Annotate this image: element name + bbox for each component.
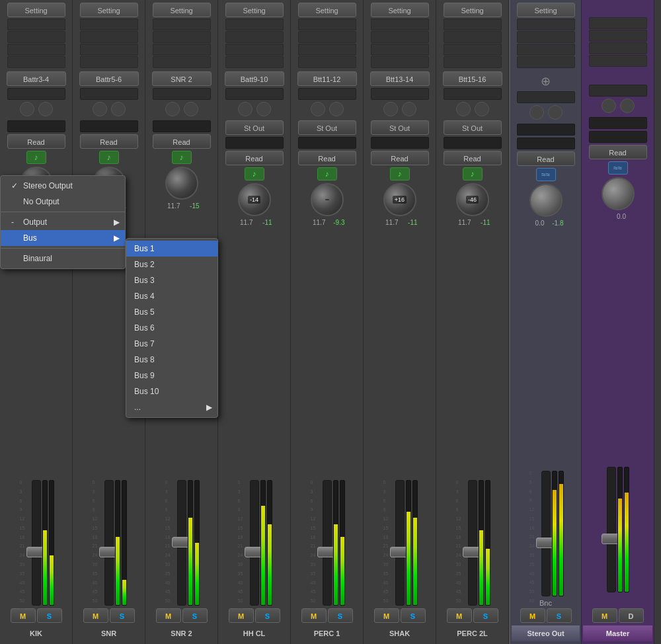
insert-slot-shak-2[interactable] [371, 31, 429, 43]
io-circle2-hhcl[interactable] [256, 102, 271, 116]
submenu-bus1[interactable]: Bus 1 [126, 241, 217, 257]
insert-slot-snr2-4[interactable] [153, 56, 211, 68]
solo-btn-hhcl[interactable]: S [255, 608, 280, 623]
io-circle2-shak[interactable] [402, 102, 416, 116]
output-btn-hhcl[interactable]: St Out [225, 120, 284, 135]
io-circle2-perc1[interactable] [329, 102, 344, 116]
io-circle-perc1[interactable] [311, 102, 325, 116]
fader-track-perc1[interactable] [323, 480, 332, 606]
insert-slot-master-2[interactable] [589, 30, 647, 42]
solo-btn-snr[interactable]: S [110, 608, 135, 623]
solo-btn-so[interactable]: S [547, 608, 572, 623]
send-slot-snr[interactable] [80, 88, 138, 100]
submenu-bus6[interactable]: Bus 6 [126, 320, 217, 336]
send-slot-shak[interactable] [371, 88, 429, 100]
music-btn-perc1[interactable]: ♪ [317, 167, 337, 181]
solo-btn-perc1[interactable]: S [328, 608, 353, 623]
channel-name-snr2[interactable]: SNR 2 [152, 71, 212, 86]
insert-slot-so-1[interactable] [517, 19, 575, 30]
io-circle-snr2[interactable] [165, 102, 180, 116]
io-circle-master[interactable] [602, 99, 616, 113]
insert-slot-perc1-3[interactable] [298, 44, 356, 56]
submenu-bus2[interactable]: Bus 2 [126, 257, 217, 272]
read-btn-snr[interactable]: Read [80, 134, 138, 149]
insert-slot-perc1-1[interactable] [298, 19, 356, 30]
pan-knob-perc1[interactable] [311, 183, 344, 216]
solo-btn-snr2[interactable]: S [182, 608, 208, 623]
fader-track-shak[interactable] [395, 480, 405, 606]
insert-slot-snr2-3[interactable] [153, 44, 211, 56]
solo-btn-kik[interactable]: S [37, 608, 62, 623]
fader-track-snr2[interactable] [177, 480, 186, 606]
insert-slot-shak-3[interactable] [371, 44, 429, 56]
solo-btn-perc2l[interactable]: S [473, 608, 498, 623]
read-btn-shak[interactable]: Read [371, 151, 429, 165]
setting-button-perc1[interactable]: Setting [298, 3, 356, 17]
setting-button-stereo-out[interactable]: Setting [517, 3, 575, 17]
insert-slot-hhcl-2[interactable] [225, 31, 284, 43]
insert-slot-master-1[interactable] [589, 17, 647, 29]
pan-knob-shak[interactable]: +16 [383, 183, 416, 216]
insert-slot-so-2[interactable] [517, 31, 575, 43]
music-btn-kik[interactable]: ♪ [26, 151, 46, 164]
io-circle2-kik[interactable] [38, 102, 53, 116]
music-btn-hhcl[interactable]: ♪ [245, 167, 264, 181]
io-circle2-snr2[interactable] [184, 102, 198, 116]
io-circle-hhcl[interactable] [238, 102, 253, 116]
setting-button-hhcl[interactable]: Setting [225, 3, 284, 17]
io-circle-kik[interactable] [20, 102, 34, 116]
fader-track-snr[interactable] [104, 480, 114, 606]
insert-slot-snr-3[interactable] [80, 44, 138, 56]
io-circle-so[interactable] [529, 105, 544, 120]
insert-slot-perc2l-4[interactable] [444, 56, 502, 68]
setting-button-perc2l[interactable]: Setting [444, 3, 502, 17]
insert-slot-hhcl-4[interactable] [225, 56, 284, 68]
insert-slot-shak-1[interactable] [371, 19, 429, 30]
channel-name-shak[interactable]: Btt13-14 [370, 71, 430, 86]
fader-track-perc2l[interactable] [468, 480, 477, 606]
music-btn-so[interactable]: ≈≈ [536, 168, 556, 181]
menu-item-stereo-output[interactable]: ✓ Stereo Output [1, 178, 125, 194]
music-btn-shak[interactable]: ♪ [390, 167, 410, 181]
insert-slot-so-4[interactable] [517, 56, 575, 68]
submenu-bus3[interactable]: Bus 3 [126, 272, 217, 288]
insert-slot-hhcl-1[interactable] [225, 19, 284, 30]
setting-button-snr2[interactable]: Setting [153, 3, 211, 17]
io-circle2-snr[interactable] [111, 102, 126, 116]
send-slot-hhcl[interactable] [225, 88, 284, 100]
submenu-bus8[interactable]: Bus 8 [126, 352, 217, 368]
pan-knob-hhcl[interactable]: -14 [238, 183, 271, 216]
setting-button-shak[interactable]: Setting [371, 3, 429, 17]
read-btn-perc1[interactable]: Read [298, 151, 356, 165]
submenu-bus4[interactable]: Bus 4 [126, 288, 217, 304]
insert-slot-snr2-1[interactable] [153, 19, 211, 30]
insert-slot-master-3[interactable] [589, 42, 647, 54]
insert-slot-shak-4[interactable] [371, 56, 429, 68]
output-btn-shak[interactable]: St Out [371, 120, 429, 135]
mute-btn-so[interactable]: M [520, 608, 545, 623]
pan-knob-perc2l[interactable]: -46 [456, 183, 489, 216]
setting-button-snr[interactable]: Setting [80, 3, 138, 17]
read-btn-so[interactable]: Read [517, 151, 575, 166]
solo-btn-shak[interactable]: S [401, 608, 426, 623]
insert-slot-hhcl-3[interactable] [225, 44, 284, 56]
insert-slot-so-3[interactable] [517, 44, 575, 56]
setting-button-kik[interactable]: Setting [7, 3, 65, 17]
send-slot-perc2l[interactable] [444, 88, 502, 100]
io-circle-shak[interactable] [383, 102, 398, 116]
channel-name-kik[interactable]: Battr3-4 [7, 71, 66, 86]
music-btn-snr2[interactable]: ♪ [172, 151, 192, 164]
insert-slot-snr-4[interactable] [80, 56, 138, 68]
submenu-bus5[interactable]: Bus 5 [126, 304, 217, 320]
read-btn-hhcl[interactable]: Read [225, 151, 284, 165]
pan-knob-snr2[interactable] [165, 167, 198, 200]
submenu-bus9[interactable]: Bus 9 [126, 368, 217, 383]
insert-slot-perc1-4[interactable] [298, 56, 356, 68]
pan-knob-so[interactable] [529, 184, 563, 217]
music-btn-master[interactable]: ≈≈ [608, 161, 628, 175]
io-circle-snr[interactable] [93, 102, 107, 116]
insert-slot-perc2l-2[interactable] [444, 31, 502, 43]
fader-track-master[interactable] [607, 467, 616, 592]
menu-item-bus[interactable]: Bus ▶ [1, 230, 125, 246]
io-circle2-perc2l[interactable] [475, 102, 489, 116]
